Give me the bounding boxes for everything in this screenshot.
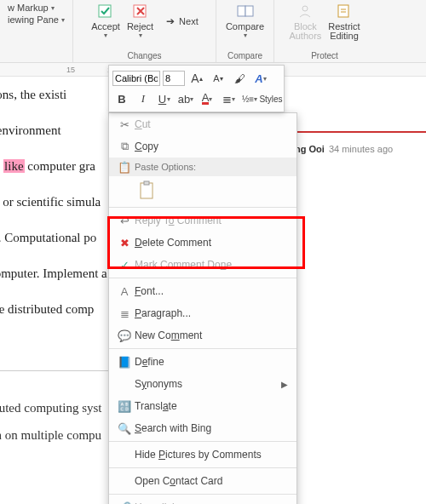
copy-icon: ⧉ xyxy=(114,140,135,153)
menu-copy[interactable]: ⧉Copy xyxy=(109,135,296,158)
mini-toolbar: A▴ A▾ 🖌 A▾ B I U▾ ab▾ A▾ ≣▾ ½≡▾ Styles xyxy=(108,65,285,112)
menu-new-comment[interactable]: 💬New Comment xyxy=(109,324,296,346)
paragraph-icon: ≣ xyxy=(114,307,135,320)
reject-button[interactable]: Reject▾ xyxy=(124,1,157,41)
next-icon: ➔ xyxy=(164,15,176,27)
font-name-input[interactable] xyxy=(112,71,160,86)
menu-paste-options-label: 📋Paste Options: xyxy=(109,158,296,176)
compare-button[interactable]: Compare▾ xyxy=(222,1,268,41)
underline-button[interactable]: U▾ xyxy=(155,90,174,107)
group-label-compare: Compare xyxy=(227,51,262,60)
highlight-button[interactable]: ab▾ xyxy=(176,90,195,107)
menu-search-bing[interactable]: 🔍Search with Bing xyxy=(109,417,296,439)
italic-button[interactable]: I xyxy=(134,90,153,107)
font-size-input[interactable] xyxy=(163,71,185,86)
delete-comment-icon: ✖ xyxy=(114,237,135,249)
restrict-editing-button[interactable]: Restrict Editing xyxy=(325,1,363,43)
block-authors-button: Block Authors xyxy=(285,1,325,43)
group-label-changes: Changes xyxy=(127,51,161,60)
commented-text[interactable]: like xyxy=(3,159,25,173)
styles-icon: A xyxy=(255,72,262,85)
group-label-protect: Protect xyxy=(311,51,338,60)
format-painter-button[interactable]: 🖌 xyxy=(230,70,249,87)
brush-icon: 🖌 xyxy=(234,72,245,85)
menu-translate[interactable]: 🔠Translate xyxy=(109,395,296,417)
svg-rect-0 xyxy=(99,5,111,17)
menu-paragraph[interactable]: ≣Paragraph... xyxy=(109,302,296,324)
svg-rect-2 xyxy=(238,6,245,16)
block-authors-icon xyxy=(296,3,314,20)
ribbon: w Markup▾ iewing Pane▾ Accept▾ Reject▾ ➔… xyxy=(0,0,426,63)
next-change-button[interactable]: ➔Next xyxy=(162,14,201,28)
numbering-button[interactable]: ½≡▾ xyxy=(240,90,259,107)
show-markup-dropdown[interactable]: w Markup▾ xyxy=(5,2,67,14)
search-icon: 🔍 xyxy=(114,422,135,435)
menu-delete-comment[interactable]: ✖Delete Comment xyxy=(109,232,296,254)
svg-rect-7 xyxy=(144,181,149,185)
chevron-right-icon: ▶ xyxy=(281,380,288,389)
menu-mark-comment-done: ✓Mark Comment Done xyxy=(109,254,296,276)
paste-icon: 📋 xyxy=(114,161,135,174)
menu-open-contact-card[interactable]: Open Contact Card xyxy=(109,470,296,492)
menu-reply-comment: ↩Reply To Comment xyxy=(109,209,296,232)
menu-hide-pictures[interactable]: Hide Pictures by Comments xyxy=(109,444,296,466)
svg-rect-5 xyxy=(338,5,348,17)
font-icon: A xyxy=(114,285,135,298)
bullets-icon: ≣ xyxy=(222,93,232,106)
accept-icon xyxy=(97,3,114,20)
numbering-icon: ½≡ xyxy=(242,94,254,104)
reviewing-pane-dropdown[interactable]: iewing Pane▾ xyxy=(5,14,67,26)
styles-button[interactable]: Styles xyxy=(262,90,280,107)
font-color-icon: A xyxy=(202,94,210,105)
define-icon: 📘 xyxy=(114,356,135,369)
shrink-font-button[interactable]: A▾ xyxy=(209,70,227,87)
bold-button[interactable]: B xyxy=(112,90,131,107)
svg-point-4 xyxy=(302,6,308,11)
reject-icon xyxy=(132,3,149,20)
compare-icon xyxy=(237,3,254,20)
menu-define[interactable]: 📘Define xyxy=(109,351,296,373)
cut-icon: ✂ xyxy=(114,118,135,131)
group-label-tracking xyxy=(35,51,37,60)
context-menu: ✂Cut ⧉Copy 📋Paste Options: ↩Reply To Com… xyxy=(108,112,297,504)
clipboard-icon xyxy=(135,180,158,201)
highlight-icon: ab xyxy=(178,93,190,106)
menu-synonyms[interactable]: Synonyms▶ xyxy=(109,373,296,395)
menu-font[interactable]: AFont... xyxy=(109,280,296,302)
styles-dropdown[interactable]: A▾ xyxy=(251,70,270,87)
comment-time: 34 minutes ago xyxy=(329,144,393,154)
grow-font-button[interactable]: A▴ xyxy=(187,70,206,87)
hyperlink-icon: 🔗 xyxy=(114,501,135,505)
menu-cut[interactable]: ✂Cut xyxy=(109,113,296,135)
menu-paste-default[interactable] xyxy=(109,176,296,205)
check-icon: ✓ xyxy=(114,259,135,272)
translate-icon: 🔠 xyxy=(114,400,135,413)
comment-icon: 💬 xyxy=(114,329,135,342)
reply-icon: ↩ xyxy=(114,215,135,227)
ruler-tick: 15 xyxy=(66,63,75,76)
font-color-button[interactable]: A▾ xyxy=(198,90,216,107)
svg-rect-6 xyxy=(141,183,153,198)
restrict-editing-icon xyxy=(336,3,353,20)
bullets-button[interactable]: ≣▾ xyxy=(219,90,238,107)
svg-rect-3 xyxy=(245,6,253,16)
menu-hyperlink: 🔗Hyperlink... xyxy=(109,496,296,504)
accept-button[interactable]: Accept▾ xyxy=(88,1,124,41)
